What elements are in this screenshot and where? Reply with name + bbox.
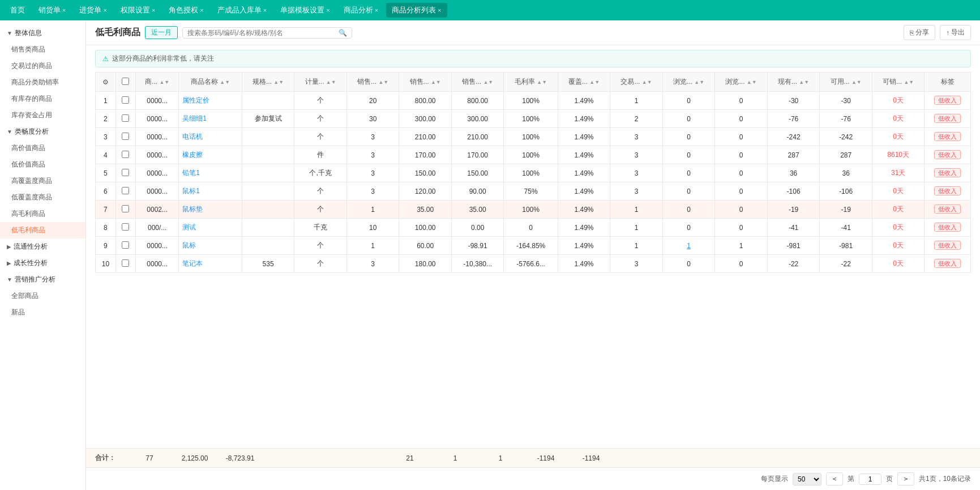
sidebar-item-all-products[interactable]: 全部商品: [0, 288, 85, 304]
cell-view1[interactable]: 1: [662, 237, 715, 255]
row-checkbox-4[interactable]: [122, 169, 129, 176]
sidebar-item-traded[interactable]: 交易过的商品: [0, 58, 85, 74]
row-checkbox-6[interactable]: [122, 205, 129, 212]
cell-checkbox[interactable]: [115, 92, 135, 110]
col-available[interactable]: 可用... ▲▼: [820, 73, 872, 92]
cell-name[interactable]: 吴细细1: [179, 110, 242, 128]
sidebar-item-in-stock[interactable]: 有库存的商品: [0, 91, 85, 107]
sidebar-item-high-coverage[interactable]: 高覆盖度商品: [0, 173, 85, 189]
cell-name[interactable]: 鼠标: [179, 237, 242, 255]
col-coverage[interactable]: 覆盖... ▲▼: [558, 73, 610, 92]
col-sale-profit[interactable]: 销售... ▲▼: [451, 73, 504, 92]
sidebar-item-low-margin[interactable]: 低毛利商品: [0, 222, 85, 238]
cell-checkbox[interactable]: [115, 146, 135, 164]
share-button[interactable]: ⎘ 分享: [904, 25, 935, 40]
nav-home[interactable]: 首页: [5, 3, 31, 18]
nav-permission-settings[interactable]: 权限设置 ×: [115, 3, 161, 18]
nav-close-permission[interactable]: ×: [152, 7, 155, 14]
nav-role-auth[interactable]: 角色授权 ×: [163, 3, 209, 18]
col-gross-margin[interactable]: 毛利率 ▲▼: [504, 73, 558, 92]
sidebar-group-flow[interactable]: ▶ 流通性分析: [0, 238, 85, 255]
sidebar-item-category-rate[interactable]: 商品分类助销率: [0, 74, 85, 91]
cell-name[interactable]: 鼠标1: [179, 182, 242, 201]
col-checkbox[interactable]: [115, 73, 135, 92]
cell-name[interactable]: 橡皮擦: [179, 146, 242, 164]
cell-name[interactable]: 电话机: [179, 128, 242, 146]
cell-sale-profit: 0.00: [451, 219, 504, 237]
cell-checkbox[interactable]: [115, 164, 135, 182]
sidebar-item-high-margin[interactable]: 高毛利商品: [0, 206, 85, 222]
nav-close-template[interactable]: ×: [326, 7, 329, 14]
row-checkbox-8[interactable]: [122, 241, 129, 249]
nav-product-analysis-list[interactable]: 商品分析列表 ×: [386, 3, 447, 18]
sidebar-item-new-products[interactable]: 新品: [0, 304, 85, 321]
cell-name[interactable]: 属性定价: [179, 92, 242, 110]
nav-close-sales-order[interactable]: ×: [62, 7, 66, 14]
col-code[interactable]: 商... ▲▼: [136, 73, 179, 92]
row-checkbox-2[interactable]: [122, 133, 129, 140]
nav-close-purchase-order[interactable]: ×: [103, 7, 106, 14]
nav-sales-order[interactable]: 销货单 ×: [33, 3, 71, 18]
cell-name[interactable]: 笔记本: [179, 255, 242, 273]
nav-product-analysis[interactable]: 商品分析 ×: [338, 3, 384, 18]
search-input[interactable]: [187, 29, 339, 37]
sidebar-item-stock-capital[interactable]: 库存资金占用: [0, 107, 85, 123]
time-range-button[interactable]: 近一月: [145, 26, 178, 39]
row-checkbox-7[interactable]: [122, 223, 129, 231]
sidebar-item-low-coverage[interactable]: 低覆盖度商品: [0, 189, 85, 206]
sort-icon-sale-qty: ▲▼: [378, 80, 388, 85]
cell-coverage: 1.49%: [558, 128, 610, 146]
col-view1[interactable]: 浏览... ▲▼: [662, 73, 715, 92]
cell-code: 0002...: [136, 201, 179, 219]
sidebar-item-high-value[interactable]: 高价值商品: [0, 140, 85, 156]
page-size-select[interactable]: 50 100 200: [793, 473, 821, 485]
next-page-button[interactable]: ＞: [897, 472, 914, 485]
row-checkbox-3[interactable]: [122, 151, 129, 158]
row-checkbox-5[interactable]: [122, 187, 129, 194]
select-all-checkbox[interactable]: [122, 78, 129, 85]
cell-name[interactable]: 铅笔1: [179, 164, 242, 182]
cell-checkbox[interactable]: [115, 110, 135, 128]
cell-checkbox[interactable]: [115, 182, 135, 201]
col-current[interactable]: 现有... ▲▼: [767, 73, 820, 92]
col-transaction[interactable]: 交易... ▲▼: [610, 73, 663, 92]
col-unit[interactable]: 计量... ▲▼: [294, 73, 347, 92]
col-spec[interactable]: 规格... ▲▼: [242, 73, 294, 92]
cell-checkbox[interactable]: [115, 219, 135, 237]
cell-checkbox[interactable]: [115, 201, 135, 219]
sidebar-group-marketing[interactable]: ▼ 营销推广分析: [0, 271, 85, 288]
row-checkbox-0[interactable]: [122, 96, 129, 104]
sidebar-group-overall[interactable]: ▼ 整体信息: [0, 25, 85, 41]
nav-product-inbound[interactable]: 产成品入库单 ×: [212, 3, 272, 18]
col-view2[interactable]: 浏览... ▲▼: [715, 73, 768, 92]
col-tag[interactable]: 标签: [925, 73, 971, 92]
col-sale-amount[interactable]: 销售... ▲▼: [399, 73, 452, 92]
nav-template-settings[interactable]: 单据模板设置 ×: [275, 3, 335, 18]
cell-name[interactable]: 测试: [179, 219, 242, 237]
cell-view2: 0: [715, 182, 768, 201]
cell-name[interactable]: 鼠标垫: [179, 201, 242, 219]
nav-close-product-inbound[interactable]: ×: [263, 7, 267, 14]
cell-checkbox[interactable]: [115, 237, 135, 255]
col-name[interactable]: 商品名称 ▲▼: [179, 73, 242, 92]
sidebar-item-low-value[interactable]: 低价值商品: [0, 156, 85, 173]
col-sale-qty[interactable]: 销售... ▲▼: [346, 73, 399, 92]
col-salable[interactable]: 可销... ▲▼: [872, 73, 925, 92]
search-icon[interactable]: 🔍: [339, 29, 347, 37]
sidebar-group-growth[interactable]: ▶ 成长性分析: [0, 255, 85, 271]
col-settings[interactable]: ⚙: [96, 73, 116, 92]
row-checkbox-1[interactable]: [122, 114, 129, 122]
nav-close-analysis-list[interactable]: ×: [438, 7, 441, 14]
cell-checkbox[interactable]: [115, 255, 135, 273]
current-page-input[interactable]: [859, 474, 881, 485]
cell-no: 6: [96, 182, 116, 201]
sidebar-item-sales-products[interactable]: 销售类商品: [0, 41, 85, 58]
nav-purchase-order[interactable]: 进货单 ×: [74, 3, 112, 18]
cell-checkbox[interactable]: [115, 128, 135, 146]
row-checkbox-9[interactable]: [122, 259, 129, 267]
export-button[interactable]: ↑ 导出: [940, 25, 971, 40]
prev-page-button[interactable]: ＜: [826, 472, 843, 485]
nav-close-role-auth[interactable]: ×: [200, 7, 203, 14]
nav-close-analysis[interactable]: ×: [375, 7, 378, 14]
sidebar-group-trend[interactable]: ▼ 类畅度分析: [0, 123, 85, 140]
